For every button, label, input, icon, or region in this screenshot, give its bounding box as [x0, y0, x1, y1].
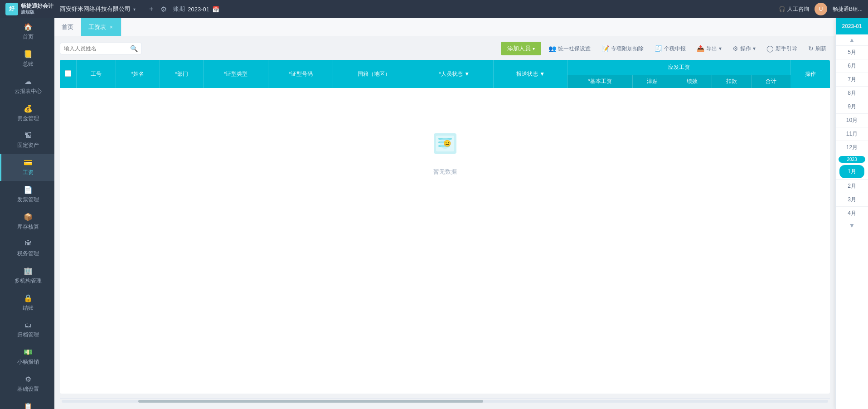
- date-month-6[interactable]: 6月: [836, 59, 868, 73]
- deduction-icon: 📝: [601, 45, 609, 52]
- sidebar-item-tax[interactable]: 🏛 税务管理: [0, 235, 54, 262]
- date-month-5[interactable]: 5月: [836, 45, 868, 59]
- deduction-button[interactable]: 📝 专项附加扣除: [598, 43, 647, 54]
- sidebar: 🏠 首页 📒 总账 ☁ 云报表中心 💰 资金管理 🏗 固定资产 💳 工资 📄 发…: [0, 18, 54, 409]
- report-filter-icon: ▼: [539, 71, 545, 77]
- home-icon: 🏠: [24, 23, 33, 31]
- sidebar-item-archive[interactable]: 🗂 归档管理: [0, 316, 54, 343]
- date-panel-up[interactable]: ▲: [836, 34, 868, 45]
- table-container: 工号 *姓名 *部门 *证型类型 *证型号码 国籍（地区） *人员状态 ▼ 报送…: [60, 60, 830, 394]
- sidebar-item-invoice[interactable]: 📄 发票管理: [0, 181, 54, 208]
- sidebar-item-closing[interactable]: 🔒 结账: [0, 289, 54, 316]
- header-checkbox[interactable]: [65, 70, 71, 77]
- account-period: 账期 2023-01 📅: [173, 5, 219, 13]
- tab-close-icon[interactable]: ×: [109, 24, 114, 30]
- scroll-track[interactable]: [62, 400, 828, 403]
- social-security-button[interactable]: 👥 统一社保设置: [545, 43, 594, 54]
- fund-icon: 💰: [24, 104, 33, 113]
- date-month-8[interactable]: 8月: [836, 86, 868, 100]
- empty-text: 暂无数据: [433, 168, 457, 176]
- th-dept: *部门: [160, 60, 204, 88]
- toolbar: 🔍 添加人员 ▾ 👥 统一社保设置 📝 专项附加扣除 🧾 个税申: [60, 42, 830, 55]
- settings-button[interactable]: ⚙: [159, 4, 169, 15]
- sidebar-item-home[interactable]: 🏠 首页: [0, 18, 54, 45]
- th-country: 国籍（地区）: [333, 60, 415, 88]
- sidebar-item-label: 工资: [23, 169, 34, 176]
- tax-button[interactable]: 🧾 个税申报: [651, 43, 689, 54]
- headset-icon: 🎧: [779, 6, 786, 12]
- date-month-9[interactable]: 9月: [836, 100, 868, 113]
- th-name: *姓名: [116, 60, 160, 88]
- invoice-icon: 📄: [24, 185, 33, 194]
- tab-home[interactable]: 首页: [54, 18, 81, 36]
- inventory-icon: 📦: [24, 213, 33, 221]
- sidebar-item-fixed-asset[interactable]: 🏗 固定资产: [0, 127, 54, 154]
- date-panel-down[interactable]: ▼: [836, 220, 868, 231]
- empty-state: 😐 暂无数据: [60, 88, 830, 212]
- operation-button[interactable]: ⚙ 操作 ▾: [729, 43, 759, 54]
- add-company-button[interactable]: +: [147, 4, 155, 14]
- closing-icon: 🔒: [24, 294, 33, 302]
- year-badge: 2023: [839, 156, 865, 163]
- tax-label: 个税申报: [664, 45, 686, 53]
- cloud-icon: ☁: [24, 77, 32, 86]
- export-button[interactable]: 📤 导出 ▾: [693, 43, 725, 54]
- search-input-wrap[interactable]: 🔍: [60, 43, 142, 54]
- tab-bar: 首页 工资表 ×: [54, 18, 835, 36]
- app-version: 旗舰版: [21, 9, 53, 15]
- ledger-icon: 📒: [24, 50, 33, 58]
- sidebar-item-label: 资金管理: [17, 115, 39, 122]
- sidebar-item-fund[interactable]: 💰 资金管理: [0, 100, 54, 127]
- service-button[interactable]: 🎧 人工咨询: [779, 5, 809, 13]
- date-month-3[interactable]: 3月: [836, 193, 868, 206]
- date-month-4[interactable]: 4月: [836, 206, 868, 220]
- date-month-2[interactable]: 2月: [836, 179, 868, 193]
- sidebar-item-cloud-report[interactable]: ☁ 云报表中心: [0, 73, 54, 100]
- tab-salary[interactable]: 工资表 ×: [81, 18, 121, 36]
- top-header: 好 畅捷通好会计 旗舰版 西安虾米网络科技有限公司 ▾ + ⚙ 账期 2023-…: [0, 0, 868, 18]
- page-content: 🔍 添加人员 ▾ 👥 统一社保设置 📝 专项附加扣除 🧾 个税申: [54, 36, 835, 409]
- add-person-button[interactable]: 添加人员 ▾: [501, 42, 541, 55]
- th-id-type: *证型类型: [204, 60, 268, 88]
- archive-icon: 🗂: [24, 321, 32, 329]
- date-month-7[interactable]: 7月: [836, 73, 868, 86]
- date-panel-header: 2023-01: [836, 18, 868, 34]
- empty-illustration: 😐: [427, 124, 463, 161]
- th-number: 工号: [76, 60, 116, 88]
- date-month-12[interactable]: 12月: [836, 141, 868, 154]
- sidebar-item-multi-org[interactable]: 🏢 多机构管理: [0, 262, 54, 289]
- org-icon: 🏢: [24, 267, 33, 275]
- refresh-label: 刷新: [815, 45, 826, 53]
- guide-button[interactable]: ◯ 新手引导: [763, 43, 801, 54]
- date-month-11[interactable]: 11月: [836, 127, 868, 141]
- date-month-1[interactable]: 1月: [839, 165, 864, 178]
- header-actions: + ⚙: [147, 4, 169, 15]
- main-layout: 🏠 首页 📒 总账 ☁ 云报表中心 💰 资金管理 🏗 固定资产 💳 工资 📄 发…: [0, 18, 868, 409]
- calendar-icon[interactable]: 📅: [212, 6, 219, 13]
- sidebar-item-label: 结账: [23, 304, 34, 312]
- sidebar-item-salary[interactable]: 💳 工资: [0, 154, 54, 181]
- th-id-no: *证型号码: [268, 60, 333, 88]
- horizontal-scrollbar[interactable]: [60, 398, 830, 404]
- operation-icon: ⚙: [732, 45, 738, 52]
- sidebar-item-label: 小畅报销: [17, 358, 39, 366]
- th-checkbox[interactable]: [60, 60, 76, 88]
- sidebar-item-expense[interactable]: 💵 小畅报销: [0, 343, 54, 370]
- refresh-button[interactable]: ↻ 刷新: [805, 43, 830, 54]
- sidebar-item-general-ledger[interactable]: 📒 总账: [0, 45, 54, 73]
- empty-row: 😐 暂无数据: [60, 88, 830, 212]
- scroll-thumb[interactable]: [138, 400, 483, 403]
- asset-icon: 🏗: [24, 131, 32, 140]
- th-status: *人员状态 ▼: [415, 60, 494, 88]
- refresh-icon: ↻: [808, 45, 814, 52]
- period-label: 账期: [173, 5, 185, 13]
- date-month-10[interactable]: 10月: [836, 113, 868, 127]
- sidebar-item-settings[interactable]: ⚙ 基础设置: [0, 370, 54, 398]
- company-name: 西安虾米网络科技有限公司: [60, 5, 131, 13]
- company-selector[interactable]: 西安虾米网络科技有限公司 ▾: [60, 5, 136, 13]
- sidebar-item-guide[interactable]: 📋 新手引导: [0, 398, 54, 409]
- table-header-row: 工号 *姓名 *部门 *证型类型 *证型号码 国籍（地区） *人员状态 ▼ 报送…: [60, 60, 830, 75]
- sidebar-item-inventory[interactable]: 📦 库存核算: [0, 208, 54, 235]
- search-input[interactable]: [64, 45, 127, 52]
- sub-th-subsidy: 津贴: [633, 75, 672, 88]
